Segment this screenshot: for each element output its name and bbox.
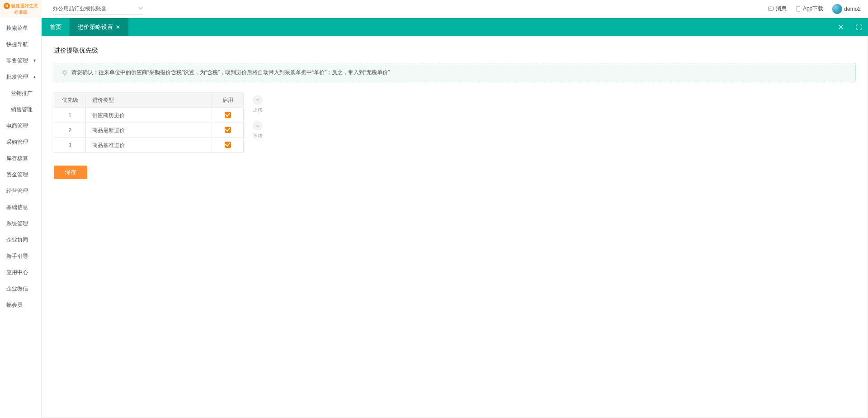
tab-price-strategy-label: 进价策略设置 <box>78 23 113 31</box>
tip-text: 请您确认：往来单位中的供应商“采购报价含税”设置，为“含税”，取到进价后将自动带… <box>71 69 390 76</box>
svg-point-1 <box>769 8 770 9</box>
sidebar-item-label: 畅会员 <box>6 301 23 309</box>
messages-label: 消息 <box>776 5 787 13</box>
sidebar-item-label: 库存核算 <box>6 155 28 162</box>
sidebar-item-label: 基础信息 <box>6 204 28 211</box>
cell-priority: 1 <box>54 108 86 123</box>
cell-priority: 2 <box>54 123 86 138</box>
message-icon <box>768 5 774 12</box>
priority-table: 优先级 进价类型 启用 1供应商历史价2商品最新进价3商品基准进价 <box>54 92 244 153</box>
cell-type: 商品基准进价 <box>86 138 212 153</box>
tab-price-strategy[interactable]: 进价策略设置 ✕ <box>70 18 128 36</box>
cell-enable <box>212 123 244 138</box>
close-all-tabs-button[interactable] <box>832 18 850 36</box>
table-row[interactable]: 3商品基准进价 <box>54 138 244 153</box>
sidebar-item-label: 营销推广 <box>11 90 33 97</box>
th-priority: 优先级 <box>54 93 86 108</box>
lightbulb-icon <box>61 69 68 76</box>
cell-priority: 3 <box>54 138 86 153</box>
checkbox-enable[interactable] <box>225 142 231 148</box>
sidebar-item-2[interactable]: 零售管理▼ <box>0 52 41 69</box>
sidebar-item-label: 应用中心 <box>6 269 28 276</box>
sidebar-item-10[interactable]: 系统管理 <box>0 215 41 232</box>
sidebar-item-6[interactable]: 库存核算 <box>0 150 41 166</box>
cell-enable <box>212 138 244 153</box>
th-enable: 启用 <box>212 93 244 108</box>
account-selector-value: 办公用品行业模拟账套 <box>52 5 107 12</box>
sidebar-item-label: 资金管理 <box>6 171 28 179</box>
sidebar-item-0[interactable]: 搜索菜单 <box>0 20 41 36</box>
logo-icon: b <box>4 3 10 9</box>
caret-down-icon: ▼ <box>33 58 37 63</box>
sidebar-item-label: 销售管理 <box>11 106 33 114</box>
sidebar-item-label: 搜索菜单 <box>6 24 28 32</box>
svg-point-6 <box>63 71 66 74</box>
fullscreen-button[interactable] <box>850 18 868 36</box>
sidebar-item-9[interactable]: 基础信息 <box>0 199 41 215</box>
avatar <box>832 4 842 14</box>
sidebar-item-label: 采购管理 <box>6 138 28 146</box>
sidebar-item-3[interactable]: 批发管理▲ <box>0 69 41 85</box>
move-down-label: 下移 <box>253 133 263 139</box>
phone-icon <box>796 5 801 12</box>
sidebar-item-4[interactable]: 电商管理 <box>0 118 41 134</box>
move-up-label: 上移 <box>253 107 263 114</box>
svg-point-5 <box>798 11 798 11</box>
tabbar: 首页 进价策略设置 ✕ <box>42 18 868 36</box>
account-selector[interactable]: 办公用品行业模拟账套 <box>52 3 143 15</box>
page-title: 进价提取优先级 <box>54 47 856 55</box>
sidebar-item-14[interactable]: 企业微信 <box>0 280 41 297</box>
top-header: b 畅捷通好生意 标准版 办公用品行业模拟账套 消息 App下载 demo2 <box>0 0 868 18</box>
user-menu[interactable]: demo2 <box>832 4 861 14</box>
username: demo2 <box>844 6 861 12</box>
move-down-button[interactable] <box>253 121 263 131</box>
brand-edition: 标准版 <box>14 9 28 15</box>
checkbox-enable[interactable] <box>225 112 231 118</box>
sidebar-item-label: 企业微信 <box>6 285 28 293</box>
sidebar-item-7[interactable]: 资金管理 <box>0 166 41 183</box>
chevron-down-icon <box>138 5 143 11</box>
sidebar-item-label: 企业协同 <box>6 236 28 244</box>
move-up-button[interactable] <box>253 95 263 105</box>
table-row[interactable]: 2商品最新进价 <box>54 123 244 138</box>
caret-up-icon: ▲ <box>33 75 37 79</box>
logo: b 畅捷通好生意 标准版 <box>0 0 42 18</box>
content: 进价提取优先级 请您确认：往来单位中的供应商“采购报价含税”设置，为“含税”，取… <box>42 36 868 418</box>
sidebar-item-label: 快捷导航 <box>6 41 28 48</box>
checkbox-enable[interactable] <box>225 127 231 133</box>
save-button[interactable]: 保存 <box>54 166 87 179</box>
svg-point-3 <box>772 8 772 9</box>
close-icon[interactable]: ✕ <box>116 24 120 30</box>
sidebar-item-label: 经营管理 <box>6 187 28 195</box>
sidebar-item-label: 系统管理 <box>6 220 28 228</box>
sidebar-item-11[interactable]: 企业协同 <box>0 232 41 248</box>
svg-point-2 <box>770 8 771 9</box>
sidebar-item-15[interactable]: 畅会员 <box>0 297 41 313</box>
sidebar-item-12[interactable]: 新手引导 <box>0 248 41 264</box>
table-row[interactable]: 1供应商历史价 <box>54 108 244 123</box>
th-type: 进价类型 <box>86 93 212 108</box>
tab-home[interactable]: 首页 <box>42 18 70 36</box>
sidebar-subitem-3-1[interactable]: 销售管理 <box>0 101 41 118</box>
brand-name: 畅捷通好生意 <box>11 3 38 9</box>
tab-home-label: 首页 <box>50 23 61 31</box>
cell-type: 供应商历史价 <box>86 108 212 123</box>
sidebar-item-label: 零售管理 <box>6 57 28 65</box>
sidebar-item-5[interactable]: 采购管理 <box>0 134 41 150</box>
messages-button[interactable]: 消息 <box>768 5 787 13</box>
sidebar-item-label: 新手引导 <box>6 252 28 260</box>
sidebar-item-13[interactable]: 应用中心 <box>0 264 41 280</box>
tip-box: 请您确认：往来单位中的供应商“采购报价含税”设置，为“含税”，取到进价后将自动带… <box>54 63 856 82</box>
sidebar-item-1[interactable]: 快捷导航 <box>0 36 41 52</box>
sidebar: 搜索菜单快捷导航零售管理▼批发管理▲营销推广销售管理电商管理采购管理库存核算资金… <box>0 18 42 418</box>
sidebar-item-label: 电商管理 <box>6 122 28 130</box>
cell-enable <box>212 108 244 123</box>
sidebar-item-label: 批发管理 <box>6 73 28 81</box>
sidebar-item-8[interactable]: 经营管理 <box>0 183 41 199</box>
cell-type: 商品最新进价 <box>86 123 212 138</box>
app-download-button[interactable]: App下载 <box>796 5 823 13</box>
app-download-label: App下载 <box>803 5 823 13</box>
sidebar-subitem-3-0[interactable]: 营销推广 <box>0 85 41 101</box>
